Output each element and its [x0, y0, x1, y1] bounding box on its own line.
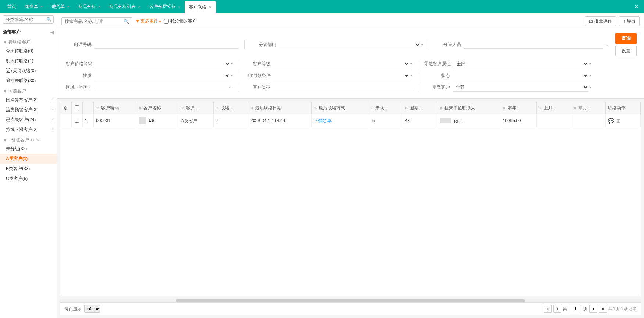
- close-purchase-tab[interactable]: ×: [67, 4, 69, 9]
- my-customers-check[interactable]: [164, 19, 169, 24]
- per-page-select[interactable]: 50: [84, 305, 100, 313]
- next-page-btn[interactable]: ›: [589, 305, 597, 313]
- region-dots-btn[interactable]: ···: [229, 85, 233, 90]
- price-grade-arrow: ▾: [231, 62, 233, 66]
- prev-page-btn[interactable]: ‹: [553, 305, 561, 313]
- filter-person: 分管人员 ···: [431, 41, 612, 49]
- dept-arrow-icon: ▾: [421, 43, 423, 47]
- horizontal-scrollbar[interactable]: [60, 299, 641, 302]
- customer-grade-select[interactable]: [273, 60, 409, 68]
- filter-customer-type: 客户类型: [240, 84, 416, 91]
- action-more-icon[interactable]: ⊞: [616, 118, 621, 124]
- close-sales-tab[interactable]: ×: [40, 4, 43, 9]
- chevron-down-icon: ▾: [159, 19, 161, 24]
- nav-purchase[interactable]: 进货单 ×: [47, 0, 74, 13]
- nav-customer-tier[interactable]: 客户分层经营 ×: [145, 0, 185, 13]
- close-customer-contact-tab[interactable]: ×: [209, 5, 211, 9]
- close-all-tabs[interactable]: ×: [632, 3, 641, 10]
- nav-sales[interactable]: 销售单 ×: [21, 0, 47, 13]
- setting-button[interactable]: 设置: [615, 46, 637, 56]
- sidebar-item-churned[interactable]: 已流失客户(24) ℹ: [0, 115, 57, 125]
- dept-select[interactable]: [279, 40, 421, 49]
- batch-op-button[interactable]: ☑ 批量操作: [585, 16, 616, 26]
- more-conditions-btn[interactable]: ▼ 更多条件 ▾: [135, 18, 161, 24]
- data-table: ⚙ ⇅ 客户编码 ⇅ 客户名称: [60, 102, 641, 127]
- col-contact-person[interactable]: ⇅ 往来单位联系人: [437, 102, 500, 114]
- nav-home[interactable]: 首页: [3, 0, 21, 13]
- col-last-method[interactable]: ⇅ 最后联络方式: [312, 102, 368, 114]
- sidebar-item-repurchase-abnormal[interactable]: 回购异常客户(2) ℹ: [0, 95, 57, 105]
- search-input[interactable]: [65, 19, 124, 24]
- nav-product-analysis-list[interactable]: 商品分析列表 ×: [105, 0, 144, 13]
- sidebar-item-declining[interactable]: 持续下滑客户(2) ℹ: [0, 125, 57, 135]
- region-input[interactable]: [95, 84, 228, 91]
- collapse-icon[interactable]: ◀: [50, 30, 54, 35]
- sidebar-item-c-class[interactable]: C类客户(6): [0, 174, 57, 184]
- row-contact-person: RE .: [437, 114, 500, 127]
- phone-input[interactable]: [94, 41, 239, 49]
- last-page-btn[interactable]: »: [599, 305, 607, 313]
- value-refresh-icon[interactable]: ↻: [31, 138, 34, 143]
- query-button[interactable]: 查询: [615, 33, 637, 44]
- col-customer-type[interactable]: ⇅ 客户...: [179, 102, 213, 114]
- nav-product-analysis[interactable]: 商品分析 ×: [74, 0, 105, 13]
- person-input[interactable]: [464, 41, 603, 49]
- col-no-contact[interactable]: ⇅ 未联...: [368, 102, 402, 114]
- filter-row-3: 性质 ▾ 收付款条件 ▾ 状态 ▾: [61, 71, 640, 80]
- first-page-btn[interactable]: «: [544, 305, 552, 313]
- row-last-date: 2023-04-12 14:44:: [248, 114, 312, 127]
- main-layout: 🔍 全部客户 ◀ ▼ 待联络客户 今天待联络(0) 明天待联络(1) 近7天待联…: [0, 13, 644, 318]
- customer-type-input[interactable]: [273, 84, 412, 91]
- filter-actions: ☑ 批量操作 ↑ 导出: [585, 16, 640, 26]
- retail-select[interactable]: 全部: [453, 83, 588, 92]
- row-contact-count: 7: [213, 114, 248, 127]
- col-last-date[interactable]: ⇅ 最后联络日期: [248, 102, 312, 114]
- close-product-analysis-tab[interactable]: ×: [98, 4, 100, 9]
- page-number-input[interactable]: [569, 305, 582, 312]
- col-code[interactable]: ⇅ 客户编码: [94, 102, 136, 114]
- action-comment-icon[interactable]: 💬: [608, 118, 614, 124]
- payment-select[interactable]: [273, 71, 409, 80]
- col-this-month[interactable]: ⇅ 本月...: [571, 102, 605, 114]
- filter-icon: ▼: [135, 19, 140, 24]
- nature-select[interactable]: [94, 71, 230, 80]
- sidebar-item-ungrouped[interactable]: 未分组(32): [0, 144, 57, 154]
- sidebar-item-tomorrow-pending[interactable]: 明天待联络(1): [0, 56, 57, 66]
- name-avatar: [139, 117, 146, 124]
- filter-retail-attr: 零散客户属性 全部 ▾: [420, 60, 595, 68]
- col-name[interactable]: ⇅ 客户名称: [136, 102, 179, 114]
- info-icon-declining: ℹ: [52, 128, 54, 132]
- data-table-container: ⚙ ⇅ 客户编码 ⇅ 客户名称: [60, 102, 641, 296]
- filter-phone: 电话号码: [61, 41, 243, 49]
- sidebar-item-overdue[interactable]: 逾期未联络(30): [0, 76, 57, 86]
- row-checkbox[interactable]: [75, 118, 79, 123]
- sidebar-item-churn-warning[interactable]: 流失预警客户(3) ℹ: [0, 105, 57, 115]
- status-select[interactable]: [453, 71, 588, 80]
- sidebar-search-icon[interactable]: 🔍: [46, 17, 52, 22]
- problem-group-title: ▼ 问题客户: [0, 86, 57, 95]
- scrollbar-thumb: [176, 299, 525, 302]
- row-last-method[interactable]: 下销货单: [312, 114, 368, 127]
- select-all-checkbox[interactable]: [75, 105, 79, 110]
- col-contact-count[interactable]: ⇅ 联络...: [213, 102, 248, 114]
- row-checkbox-cell: [71, 114, 82, 127]
- value-edit-icon[interactable]: ✎: [36, 138, 39, 143]
- close-product-analysis-list-tab[interactable]: ×: [138, 4, 140, 9]
- price-grade-select[interactable]: [95, 60, 230, 68]
- sidebar-item-b-class[interactable]: B类客户(33): [0, 164, 57, 174]
- sidebar-item-today-pending[interactable]: 今天待联络(0): [0, 46, 57, 56]
- col-last-month[interactable]: ⇅ 上月...: [536, 102, 571, 114]
- retail-attr-select[interactable]: 全部: [454, 60, 588, 68]
- person-dots-btn[interactable]: ···: [604, 42, 608, 47]
- close-customer-tier-tab[interactable]: ×: [178, 4, 180, 9]
- col-this-year[interactable]: ⇅ 本年...: [500, 102, 536, 114]
- sidebar-item-7day-pending[interactable]: 近7天待联络(0): [0, 66, 57, 76]
- table-settings-icon[interactable]: ⚙: [64, 106, 68, 111]
- top-nav: 首页 销售单 × 进货单 × 商品分析 × 商品分析列表 × 客户分层经营 × …: [0, 0, 644, 13]
- nav-customer-contact[interactable]: 客户联络 ×: [185, 1, 215, 13]
- sidebar-item-a-class[interactable]: A类客户(1): [0, 154, 57, 164]
- col-overdue[interactable]: ⇅ 逾期...: [402, 102, 437, 114]
- export-button[interactable]: ↑ 导出: [619, 16, 640, 26]
- search-icon[interactable]: 🔍: [124, 19, 129, 24]
- my-customers-checkbox[interactable]: 我分管的客户: [164, 18, 197, 24]
